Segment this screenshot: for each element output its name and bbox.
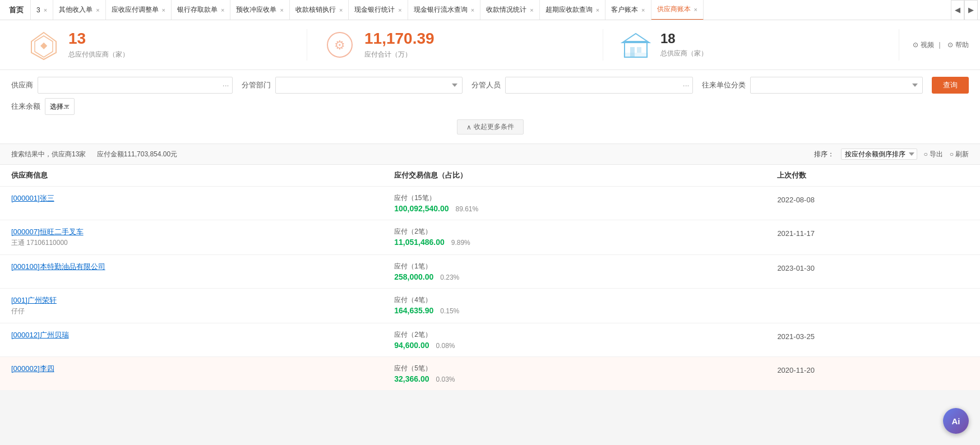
svg-text:◆: ◆ <box>40 40 48 50</box>
refresh-button[interactable]: ○ 刷新 <box>950 150 969 159</box>
person-input[interactable] <box>505 77 693 94</box>
close-icon[interactable]: × <box>641 7 645 13</box>
supplier-link-3[interactable]: [000100]本特勤油品有限公司 <box>11 262 394 272</box>
supplier-link-1[interactable]: [000001]张三 <box>11 193 394 203</box>
close-icon[interactable]: × <box>471 7 474 13</box>
nav-tab-3[interactable]: 3 × <box>31 0 53 20</box>
tab-label: 客户账本 <box>611 5 638 15</box>
sort-label: 排序： <box>814 150 834 159</box>
transaction-info-4: 应付（4笔） 164,635.90 0.15% <box>394 295 777 316</box>
supplier-link-4[interactable]: [001]广州荣轩 <box>11 295 394 305</box>
nav-tab-cash-stats[interactable]: 现金银行统计 × <box>349 0 408 20</box>
dept-select[interactable] <box>275 77 463 94</box>
close-icon[interactable]: × <box>339 7 343 13</box>
svg-rect-8 <box>637 47 641 53</box>
supplier-info-1: [000001]张三 <box>11 193 394 213</box>
close-icon[interactable]: × <box>44 7 47 13</box>
filter-person: 分管人员 ··· <box>471 77 693 94</box>
supplier-link-2[interactable]: [000007]恒旺二手叉车 <box>11 227 394 237</box>
circle-icon2: ⊙ <box>947 41 953 49</box>
nav-home-tab[interactable]: 首页 <box>2 0 31 20</box>
tab-label: 其他收入单 <box>59 5 93 15</box>
top-navigation: 首页 3 × 其他收入单 × 应收应付调整单 × 银行存取款单 × 预收冲应收单… <box>0 0 980 20</box>
balance-select[interactable]: 选择... <box>45 98 75 115</box>
category-select[interactable] <box>750 77 923 94</box>
close-icon[interactable]: × <box>398 7 401 13</box>
export-label: 导出 <box>930 150 943 159</box>
home-label: 首页 <box>9 5 24 15</box>
close-icon[interactable]: × <box>694 6 697 13</box>
close-icon[interactable]: × <box>162 7 165 13</box>
tx-percent-1: 89.61% <box>456 205 479 213</box>
nav-tab-overdue[interactable]: 超期应收款查询 × <box>540 0 605 20</box>
table-row: [000100]本特勤油品有限公司 应付（1笔） 258,000.00 0.23… <box>0 255 980 289</box>
nav-tab-collection-stats[interactable]: 收款情况统计 × <box>480 0 539 20</box>
supplier-link-6[interactable]: [000002]李四 <box>11 364 394 374</box>
nav-tab-adjustment[interactable]: 应收应付调整单 × <box>106 0 172 20</box>
nav-tab-bank-deposit[interactable]: 银行存取款单 × <box>172 0 230 20</box>
close-icon[interactable]: × <box>280 7 283 13</box>
supplier-sub-4: 仔仔 <box>11 307 394 316</box>
tx-percent-5: 0.08% <box>436 342 455 350</box>
close-icon[interactable]: × <box>221 7 224 13</box>
filter-balance: 往来余额 选择... <box>11 98 75 115</box>
filter-area: 供应商 ··· 分管部门 分管人员 ··· 往来单位分类 查询 <box>0 70 980 144</box>
table-row: [000001]张三 应付（15笔） 100,092,540.00 89.61%… <box>0 187 980 220</box>
nav-tab-supplier-ledger[interactable]: 供应商账本 × <box>651 0 704 20</box>
sort-select[interactable]: 按应付余额倒序排序 <box>841 149 917 160</box>
transaction-info-1: 应付（15笔） 100,092,540.00 89.61% <box>394 193 777 213</box>
tx-amount-3: 258,000.00 <box>394 272 433 281</box>
help-link[interactable]: 帮助 <box>955 40 969 50</box>
close-icon[interactable]: × <box>530 7 533 13</box>
supplier-info-6: [000002]李四 <box>11 364 394 383</box>
tab-label: 现金银行统计 <box>354 5 395 15</box>
last-payment-5: 2021-03-25 <box>777 330 969 350</box>
svg-rect-10 <box>623 53 648 57</box>
supplier-link-5[interactable]: [000012]广州贝瑞 <box>11 330 394 340</box>
filter-supplier: 供应商 ··· <box>11 77 233 94</box>
tx-label-2: 应付（2笔） <box>394 227 777 237</box>
nav-tab-collection[interactable]: 收款核销执行 × <box>290 0 349 20</box>
nav-tab-other-income[interactable]: 其他收入单 × <box>53 0 105 20</box>
summary-content-total-suppliers: 18 总供应商（家） <box>660 31 708 58</box>
nav-tab-cash-flow[interactable]: 现金银行流水查询 × <box>408 0 480 20</box>
nav-tab-customer-ledger[interactable]: 客户账本 × <box>605 0 651 20</box>
supplier-info-5: [000012]广州贝瑞 <box>11 330 394 350</box>
tab-label: 现金银行流水查询 <box>414 5 468 15</box>
nav-left-arrow[interactable]: ◀ <box>951 0 964 20</box>
tab-label: 3 <box>36 6 40 14</box>
person-input-dots[interactable]: ··· <box>683 81 690 90</box>
filter-category: 往来单位分类 <box>702 77 923 94</box>
table-row: [000012]广州贝瑞 应付（2笔） 94,600.00 0.08% 2021… <box>0 323 980 357</box>
tab-label: 收款情况统计 <box>486 5 526 15</box>
svg-text:⚙: ⚙ <box>334 38 345 52</box>
payable-suppliers-label: 总应付供应商（家） <box>68 50 129 59</box>
close-icon[interactable]: × <box>96 7 99 13</box>
filter-dept: 分管部门 <box>242 77 463 94</box>
collapse-button[interactable]: ∧ 收起更多条件 <box>457 119 524 135</box>
tab-label: 应收应付调整单 <box>112 5 159 15</box>
close-icon[interactable]: × <box>596 7 599 13</box>
nav-tab-advance-receivable[interactable]: 预收冲应收单 × <box>230 0 289 20</box>
summary-content-total: 11,170.39 应付合计（万） <box>364 30 434 59</box>
query-button[interactable]: 查询 <box>932 77 969 94</box>
summary-bar: ◆ 13 总应付供应商（家） ⚙ 11,170.39 应付合计（万） <box>0 20 980 70</box>
filter-row-1: 供应商 ··· 分管部门 分管人员 ··· 往来单位分类 查询 <box>11 77 969 94</box>
transaction-info-5: 应付（2笔） 94,600.00 0.08% <box>394 330 777 350</box>
supplier-input-dots[interactable]: ··· <box>223 81 229 90</box>
transaction-info-6: 应付（5笔） 32,366.00 0.03% <box>394 364 777 383</box>
tx-percent-4: 0.15% <box>440 307 459 315</box>
supplier-info-3: [000100]本特勤油品有限公司 <box>11 262 394 281</box>
supplier-input[interactable] <box>38 77 233 94</box>
tab-label: 供应商账本 <box>657 4 691 14</box>
nav-right-arrow[interactable]: ▶ <box>964 0 978 20</box>
circle-icon: ⊙ <box>913 41 918 49</box>
collapse-section: ∧ 收起更多条件 <box>11 119 969 135</box>
video-link[interactable]: 视频 <box>921 40 934 50</box>
export-button[interactable]: ○ 导出 <box>924 150 943 159</box>
category-label: 往来单位分类 <box>702 80 746 90</box>
tx-amount-1: 100,092,540.00 <box>394 204 449 213</box>
col-header-transaction: 应付交易信息（占比） <box>394 170 777 180</box>
person-label: 分管人员 <box>471 80 501 90</box>
summary-content-payable: 13 总应付供应商（家） <box>68 30 129 59</box>
